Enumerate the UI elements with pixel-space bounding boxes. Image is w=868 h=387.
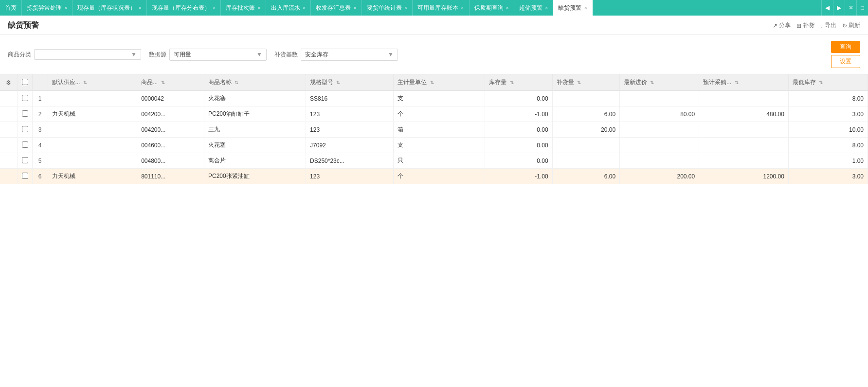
query-button[interactable]: 查询 — [831, 41, 860, 53]
settings-button[interactable]: 设置 — [831, 55, 860, 68]
row-checkbox-2[interactable] — [22, 126, 28, 132]
row-checkbox-cell-4[interactable] — [18, 153, 32, 169]
row-checkbox-cell-3[interactable] — [18, 138, 32, 153]
row-replenish-4 — [552, 153, 619, 169]
tab-close-btn[interactable]: × — [257, 5, 260, 11]
datasource-select-value: 可用量 — [174, 51, 191, 59]
tab-item-2[interactable]: 现存量（库存状况表）× — [72, 0, 146, 16]
sort-icon-est: ⇅ — [735, 80, 739, 85]
table-header-row: ⚙ 默认供应... ⇅ 商品... ⇅ 商品名称 ⇅ 规格型号 ⇅ 主计量单位 … — [0, 74, 868, 91]
export-button[interactable]: ↓ 导出 — [820, 21, 836, 30]
replenish-button[interactable]: ⊞ 补货 — [796, 21, 814, 30]
table-row: 5 004800... 离合片 DS250*23c... 只 0.00 1.00 — [0, 153, 868, 169]
row-checkbox-4[interactable] — [22, 157, 28, 163]
tab-label: 拣货异常处理 — [27, 4, 62, 12]
row-code-4: 004800... — [137, 153, 204, 169]
row-num-0: 1 — [32, 91, 48, 106]
tab-item-1[interactable]: 拣货异常处理× — [22, 0, 72, 16]
row-name-3: 火花塞 — [204, 138, 306, 153]
row-gear-3 — [0, 138, 18, 153]
row-unit-4: 只 — [394, 153, 485, 169]
row-est-4 — [699, 153, 789, 169]
tab-next-button[interactable]: ▶ — [833, 0, 845, 16]
tab-label: 要货单统计表 — [367, 4, 402, 12]
datasource-select[interactable]: 可用量 ▼ — [169, 49, 267, 61]
main-content: 缺货预警 ↗ 分享 ⊞ 补货 ↓ 导出 ↻ 刷新 商品分类 — [0, 16, 868, 387]
col-spec[interactable]: 规格型号 ⇅ — [306, 74, 394, 91]
col-product-code[interactable]: 商品... ⇅ — [137, 74, 204, 91]
select-all-checkbox[interactable] — [22, 79, 28, 85]
tab-close-btn[interactable]: × — [353, 5, 356, 11]
tab-close-all-button[interactable]: ✕ — [845, 0, 856, 16]
col-stock-qty[interactable]: 库存量 ⇅ — [485, 74, 552, 91]
row-stock-1: -1.00 — [485, 106, 552, 122]
table-row: 1 0000042 火花塞 SS816 支 0.00 8.00 — [0, 91, 868, 106]
row-checkbox-cell-0[interactable] — [18, 91, 32, 106]
row-est-0 — [699, 91, 789, 106]
tab-label: 保质期查询 — [474, 4, 504, 12]
row-gear-4 — [0, 153, 18, 169]
col-unit[interactable]: 主计量单位 ⇅ — [394, 74, 485, 91]
row-stock-2: 0.00 — [485, 122, 552, 138]
share-button[interactable]: ↗ 分享 — [773, 21, 791, 30]
tab-item-0[interactable]: 首页 — [0, 0, 22, 16]
row-checkbox-cell-5[interactable] — [18, 169, 32, 184]
col-checkbox — [18, 74, 32, 91]
refresh-icon: ↻ — [842, 22, 847, 29]
col-est-purchase[interactable]: 预计采购... ⇅ — [699, 74, 789, 91]
tab-close-btn[interactable]: × — [64, 5, 67, 11]
tab-item-3[interactable]: 现存量（库存分布表）× — [147, 0, 221, 16]
col-replenish-qty[interactable]: 补货量 ⇅ — [552, 74, 619, 91]
col-default-supplier[interactable]: 默认供应... ⇅ — [48, 74, 137, 91]
row-supplier-4 — [48, 153, 137, 169]
share-label: 分享 — [779, 21, 791, 30]
tab-expand-button[interactable]: □ — [856, 0, 868, 16]
tab-label: 超储预警 — [519, 4, 542, 12]
tab-item-5[interactable]: 出入库流水× — [266, 0, 311, 16]
col-min-stock[interactable]: 最低库存 ⇅ — [788, 74, 868, 91]
category-select[interactable]: ▼ — [34, 49, 141, 60]
category-select-arrow: ▼ — [131, 51, 137, 58]
row-checkbox-cell-2[interactable] — [18, 122, 32, 138]
refresh-button[interactable]: ↻ 刷新 — [842, 21, 860, 30]
replenish-basis-select[interactable]: 安全库存 ▼ — [301, 49, 398, 61]
tab-close-btn[interactable]: × — [303, 5, 306, 11]
col-product-name[interactable]: 商品名称 ⇅ — [204, 74, 306, 91]
row-checkbox-0[interactable] — [22, 95, 28, 101]
row-num-4: 5 — [32, 153, 48, 169]
row-gear-2 — [0, 122, 18, 138]
tab-close-btn[interactable]: × — [404, 5, 407, 11]
tab-item-6[interactable]: 收发存汇总表× — [311, 0, 362, 16]
col-gear[interactable]: ⚙ — [0, 74, 18, 91]
tab-close-btn[interactable]: × — [506, 5, 509, 11]
row-price-4 — [620, 153, 699, 169]
tab-close-btn[interactable]: × — [545, 5, 548, 11]
tab-close-btn[interactable]: × — [461, 5, 464, 11]
tab-close-btn[interactable]: × — [584, 5, 587, 11]
tab-item-10[interactable]: 超储预警× — [514, 0, 553, 16]
tab-item-7[interactable]: 要货单统计表× — [362, 0, 413, 16]
tab-label: 出入库流水 — [271, 4, 300, 12]
row-replenish-0 — [552, 91, 619, 106]
row-supplier-2 — [48, 122, 137, 138]
row-code-5: 801110... — [137, 169, 204, 184]
tab-item-4[interactable]: 库存批次账× — [221, 0, 266, 16]
tab-item-8[interactable]: 可用量库存账本× — [413, 0, 469, 16]
tab-item-9[interactable]: 保质期查询× — [470, 0, 514, 16]
row-checkbox-1[interactable] — [22, 110, 28, 117]
tab-prev-button[interactable]: ◀ — [821, 0, 833, 16]
row-checkbox-3[interactable] — [22, 141, 28, 148]
row-minstock-0: 8.00 — [788, 91, 868, 106]
row-checkbox-cell-1[interactable] — [18, 106, 32, 122]
sort-icon-min: ⇅ — [819, 80, 823, 85]
col-latest-price[interactable]: 最新进价 ⇅ — [620, 74, 699, 91]
page-title: 缺货预警 — [8, 20, 39, 31]
tab-close-btn[interactable]: × — [138, 5, 141, 11]
tab-close-btn[interactable]: × — [213, 5, 216, 11]
row-stock-0: 0.00 — [485, 91, 552, 106]
category-filter-label: 商品分类 — [8, 51, 31, 59]
row-num-3: 4 — [32, 138, 48, 153]
row-checkbox-5[interactable] — [22, 173, 28, 179]
row-num-1: 2 — [32, 106, 48, 122]
tab-item-11[interactable]: 缺货预警× — [553, 0, 592, 16]
